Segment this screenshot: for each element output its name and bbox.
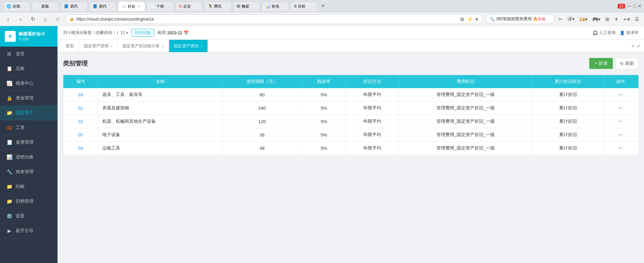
edit-icon-2[interactable]: ✏: [619, 119, 623, 124]
sidebar-item-ledger[interactable]: 📋 总账: [0, 61, 58, 76]
browser-tab-changt[interactable]: Ⓜ 畅提: [233, 1, 260, 11]
back-button[interactable]: ‹: [3, 14, 13, 24]
cell-period-0: 60: [222, 88, 302, 101]
browser-tab-yidai2[interactable]: 📘 易代: [89, 1, 116, 11]
haokuai-tab-close[interactable]: ×: [138, 4, 140, 8]
home-button[interactable]: ⌂: [40, 14, 50, 24]
address-bar[interactable]: 🔒 https://cloud.chanjet.com/accounting/u…: [65, 14, 483, 24]
header-user[interactable]: 刘小艳演示账套（勿删勿动！）11 ▾: [63, 30, 128, 36]
header-username: 刘小艳演示账套（勿删勿动！）11: [63, 30, 125, 36]
cell-action-3[interactable]: ✏: [603, 128, 638, 142]
sidebar-invoice-label: 发票管理: [16, 139, 34, 145]
period-value: 2023-12: [167, 31, 182, 35]
cell-period-3: 36: [222, 128, 302, 142]
window-maximize[interactable]: □: [633, 3, 636, 9]
edit-icon-0[interactable]: ✏: [619, 92, 623, 97]
add-button[interactable]: + 新增: [589, 58, 613, 69]
tab-fixed-assets-mgmt-close[interactable]: ×: [111, 44, 113, 48]
grid-icon[interactable]: ⊞: [604, 16, 611, 23]
consult-action[interactable]: 🎧 人工咨询: [593, 30, 616, 36]
sidebar-tax-label: 税务管理: [16, 169, 34, 175]
sidebar-item-funds[interactable]: 🔒 资金管理: [0, 91, 58, 106]
edit-icon-1[interactable]: ✏: [619, 105, 623, 111]
undo-icon[interactable]: ↩▾: [622, 16, 631, 23]
tab-expand-close[interactable]: ×: [632, 43, 634, 49]
header-period: 账期 2023-12 📅: [157, 30, 189, 36]
cell-name-3: 电子设备: [98, 128, 223, 142]
tab-asset-category[interactable]: 固定资产类别 ×: [169, 40, 208, 52]
sidebar-item-home[interactable]: ⊞ 首页: [0, 47, 58, 61]
sidebar-item-tax[interactable]: 🔧 税务管理: [0, 165, 58, 179]
tab-depreciation-stats-close[interactable]: ×: [162, 44, 164, 48]
sidebar-item-invoice[interactable]: 🧾 发票管理: [0, 135, 58, 150]
calendar-icon[interactable]: 📅: [184, 31, 189, 35]
cell-period-2: 120: [222, 115, 302, 128]
forward-button[interactable]: ›: [16, 14, 25, 24]
browser-tab-new[interactable]: 📄 新版: [31, 1, 59, 11]
cell-depreciation-0: 累计折旧: [533, 88, 603, 101]
tab-expand-full[interactable]: ⤢: [636, 43, 641, 49]
content-area: 类别管理 + 新增 ↻ 刷新 编号 名称 使用期限（月） 残值率: [58, 52, 644, 263]
browser-tab-tengxun[interactable]: 🐧 腾讯: [204, 1, 231, 11]
edit-icon-3[interactable]: ✏: [619, 132, 623, 138]
table-row: 04 运输工具 48 5% 年限平均 管理费用_固定资产折旧_一级 累计折旧 ✏: [63, 142, 639, 155]
sidebar-item-purchase-sales[interactable]: 📊 进销台账: [0, 150, 58, 165]
edit-icon-4[interactable]: ✏: [619, 145, 623, 151]
sidebar-settings-label: 设置: [16, 213, 25, 219]
browser-tab-online[interactable]: 🌐 在线: [3, 1, 30, 11]
main-wrapper: 刘小艳演示账套（勿删勿动！）11 ▾ 切到旧版 账期 2023-12 📅 🎧 人…: [58, 26, 644, 263]
sidebar: 好 畅捷通好会计 专业版 ⊞ 首页 📋 总账 📈 报表中心 🔒 资金管理 📁 固…: [0, 26, 58, 263]
browser-tab-geshui[interactable]: 📄 个税: [147, 1, 174, 11]
tab-fixed-assets-mgmt[interactable]: 固定资产管理 ×: [79, 40, 118, 52]
browser-chrome: 🌐 在线 📄 新版 📘 易代 📘 易代 ☁️ 好会 × 📄 个税 C 企业: [0, 0, 644, 12]
cell-action-1[interactable]: ✏: [603, 101, 638, 115]
scissors-icon[interactable]: ✂: [557, 16, 564, 23]
menu-icon[interactable]: ☰: [633, 16, 641, 23]
tab-asset-category-close[interactable]: ×: [201, 44, 203, 48]
site-info-icon[interactable]: ⊞: [459, 16, 465, 23]
funds-icon: 🔒: [6, 95, 12, 101]
refresh-page-button[interactable]: ↻ 刷新: [616, 58, 639, 69]
switch-to-old-button[interactable]: 切到旧版: [131, 29, 154, 37]
browser-tab-qiye[interactable]: C 企业: [175, 1, 203, 11]
header-dropdown-icon: ▾: [126, 31, 128, 35]
cell-action-4[interactable]: ✏: [603, 142, 638, 155]
tab-fixed-assets-mgmt-label: 固定资产管理: [84, 43, 109, 49]
window-close[interactable]: ×: [638, 3, 641, 9]
window-minimize[interactable]: ─: [627, 3, 631, 9]
tab-asset-category-label: 固定资产类别: [174, 43, 199, 49]
table-row: 02 机器、机械和其他生产设备 120 5% 年限平均 管理费用_固定资产折旧_…: [63, 115, 639, 128]
translate-icon[interactable]: 译▾: [566, 15, 576, 23]
refresh-button[interactable]: ↻: [28, 14, 38, 24]
game-icon[interactable]: 🎮▾: [591, 16, 602, 23]
browser-tab-yidai1[interactable]: 📘 易代: [60, 1, 88, 11]
dropdown-icon[interactable]: ▾: [475, 16, 479, 23]
sidebar-item-fixed-assets[interactable]: 📁 固定资产: [0, 106, 58, 120]
cell-rate-2: 5%: [302, 115, 346, 128]
sidebar-item-settings[interactable]: ⚙️ 设置: [0, 209, 58, 224]
user-profile-action[interactable]: 👤 徐泽华: [620, 30, 639, 36]
search-bar[interactable]: 🔍 360智能抠图免费用 🔥热搜: [486, 14, 554, 24]
tab-home[interactable]: 首页: [61, 40, 79, 52]
sun-icon[interactable]: ☀: [613, 16, 620, 23]
tab-depreciation-stats[interactable]: 固定资产折旧统计表 ×: [118, 40, 169, 52]
cell-action-0[interactable]: ✏: [603, 88, 638, 101]
sidebar-item-archive[interactable]: 📁 归档管理: [0, 194, 58, 209]
lightning-icon[interactable]: ⚡: [466, 16, 473, 23]
cell-expense-3: 管理费用_固定资产折旧_一级: [399, 128, 533, 142]
address-text: https://cloud.chanjet.com/accounting/uw1…: [76, 17, 154, 22]
sidebar-item-payroll[interactable]: 💼 工资: [0, 120, 58, 135]
cell-method-1: 年限平均: [346, 101, 399, 115]
wallet-icon[interactable]: 💴▾: [578, 16, 589, 23]
sidebar-item-checkout[interactable]: 📁 结账: [0, 179, 58, 194]
browser-tab-gedi[interactable]: 📊 各地: [262, 1, 289, 11]
browser-tab-haokuai[interactable]: ☁️ 好会 ×: [118, 1, 145, 11]
bookmark-button[interactable]: ☆: [53, 14, 62, 24]
sidebar-item-reports[interactable]: 📈 报表中心: [0, 76, 58, 91]
browser-tab-muqian[interactable]: S 目前: [290, 1, 318, 11]
sidebar-item-guide[interactable]: ▶ 新手引导: [0, 224, 58, 238]
tab-home-label: 首页: [66, 43, 74, 49]
cell-action-2[interactable]: ✏: [603, 115, 638, 128]
new-tab-button[interactable]: +: [319, 2, 327, 10]
sidebar-payroll-label: 工资: [16, 124, 25, 131]
